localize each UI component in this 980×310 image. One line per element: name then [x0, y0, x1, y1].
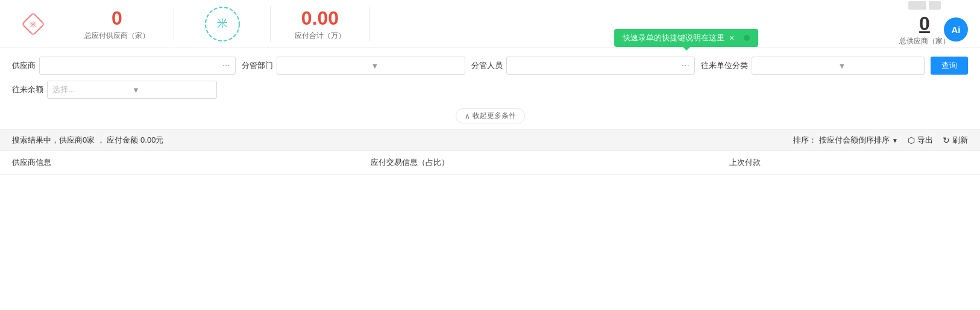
- export-label: 导出: [917, 135, 933, 146]
- svg-text:米: 米: [217, 17, 228, 29]
- col-supplier-header: 供应商信息: [12, 157, 371, 168]
- ai-badge[interactable]: Ai: [944, 17, 968, 42]
- export-button[interactable]: ⬡ 导出: [908, 135, 933, 146]
- supplier-input-wrap[interactable]: ···: [39, 57, 236, 75]
- export-icon: ⬡: [908, 135, 915, 145]
- ai-label: Ai: [952, 25, 961, 35]
- supplier-input[interactable]: [45, 61, 222, 70]
- unit-select[interactable]: ▼: [752, 57, 925, 75]
- stats-bar: 米 0 总应付供应商（家） 米 0.00 应付合计（万） 快速录单的快捷键说明在…: [0, 0, 980, 48]
- tooltip-text: 快速录单的快捷键说明在这里: [623, 33, 724, 43]
- collapse-icon: ∧: [465, 112, 470, 120]
- collapse-button[interactable]: ∧ 收起更多条件: [456, 108, 525, 123]
- filter-unit: 往来单位分类 ▼: [701, 57, 925, 75]
- payable-total-label: 应付合计（万）: [295, 31, 345, 41]
- table-body: [0, 175, 980, 310]
- filter-area: 供应商 ··· 分管部门 ▼ 分管人员 ··· 往来单位分类: [0, 48, 980, 130]
- search-button[interactable]: 查询: [931, 57, 968, 75]
- department-label: 分管部门: [242, 60, 273, 71]
- tooltip-close-button[interactable]: ×: [729, 34, 734, 42]
- results-separator: ，: [97, 135, 105, 144]
- person-input-wrap[interactable]: ···: [506, 57, 695, 75]
- person-input[interactable]: [512, 61, 682, 70]
- results-text: 搜索结果中，供应商0家: [12, 135, 95, 144]
- payable-suppliers-number: 0: [112, 7, 122, 29]
- payable-total-number: 0.00: [301, 7, 339, 29]
- balance-select[interactable]: 选择... ▼: [47, 81, 217, 99]
- sort-chevron-icon: ▼: [892, 137, 898, 144]
- tooltip-bubble: 快速录单的快捷键说明在这里 ×: [614, 29, 758, 47]
- supplier-dots[interactable]: ···: [222, 60, 230, 71]
- person-label: 分管人员: [471, 60, 503, 71]
- balance-chevron-icon: ▼: [132, 85, 212, 95]
- sort-value: 按应付会额倒序排序: [819, 135, 890, 146]
- sort-label: 排序：: [793, 135, 817, 146]
- unit-label: 往来单位分类: [701, 60, 748, 71]
- total-suppliers-number: 0: [919, 12, 930, 35]
- payable-icon-area: 米: [174, 6, 271, 42]
- payable-icon: 米: [204, 6, 240, 42]
- filter-supplier: 供应商 ···: [12, 57, 236, 75]
- refresh-icon: ↻: [943, 135, 950, 145]
- sort-select[interactable]: 排序： 按应付会额倒序排序 ▼: [793, 135, 898, 146]
- results-bar: 搜索结果中，供应商0家 ， 应付金额 0.00元 排序： 按应付会额倒序排序 ▼…: [0, 130, 980, 151]
- svg-text:米: 米: [30, 20, 37, 29]
- tooltip-dot: [744, 35, 750, 41]
- supplier-label: 供应商: [12, 60, 36, 71]
- filter-balance: 往来余额 选择... ▼: [12, 81, 217, 99]
- filter-row-2: 往来余额 选择... ▼: [12, 81, 217, 99]
- unit-chevron-icon: ▼: [838, 61, 920, 70]
- logo-icon: 米: [18, 9, 48, 39]
- filter-row-1: 供应商 ··· 分管部门 ▼ 分管人员 ··· 往来单位分类: [12, 57, 968, 75]
- results-actions: 排序： 按应付会额倒序排序 ▼ ⬡ 导出 ↻ 刷新: [793, 135, 968, 146]
- balance-placeholder: 选择...: [52, 84, 132, 95]
- payable-suppliers-label: 总应付供应商（家）: [84, 31, 149, 41]
- table-header: 供应商信息 应付交易信息（占比） 上次付款: [0, 151, 980, 175]
- collapse-label: 收起更多条件: [473, 111, 516, 121]
- refresh-button[interactable]: ↻ 刷新: [943, 135, 968, 146]
- collapse-bar: ∧ 收起更多条件: [12, 105, 968, 125]
- filter-person: 分管人员 ···: [471, 57, 695, 75]
- col-trade-header: 应付交易信息（占比）: [371, 157, 729, 168]
- refresh-label: 刷新: [952, 135, 968, 146]
- person-dots[interactable]: ···: [682, 60, 689, 71]
- department-chevron-icon: ▼: [371, 61, 460, 70]
- col-payment-header: 上次付款: [729, 157, 969, 168]
- stat-payable-total: 0.00 应付合计（万）: [271, 7, 370, 41]
- stat-payable-suppliers: 0 总应付供应商（家）: [60, 7, 174, 41]
- total-suppliers-label: 总供应商（家）: [899, 36, 950, 46]
- filter-department: 分管部门 ▼: [242, 57, 465, 75]
- results-info: 搜索结果中，供应商0家 ， 应付金额 0.00元: [12, 135, 793, 146]
- department-select[interactable]: ▼: [277, 57, 465, 75]
- balance-label: 往来余额: [12, 84, 43, 95]
- results-amount: 应付金额 0.00元: [107, 135, 163, 144]
